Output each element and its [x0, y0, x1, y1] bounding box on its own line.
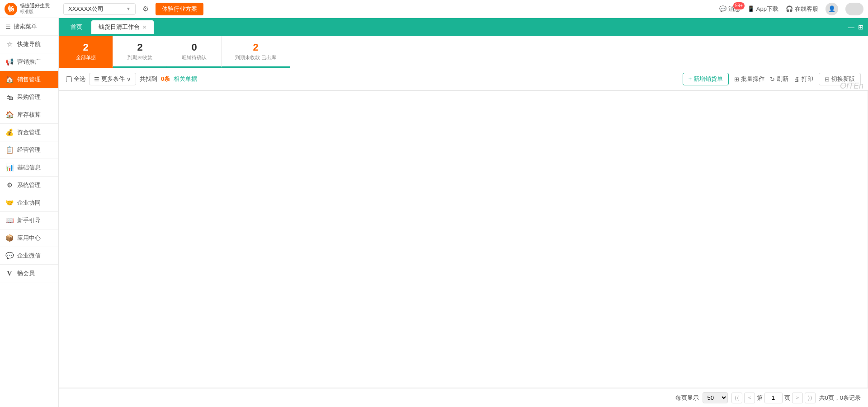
tab-home[interactable]: 首页	[63, 20, 90, 34]
page-nav: ⟨⟨ ＜ 第 页 ＞ ⟩⟩	[731, 393, 816, 403]
content-area: 首页 钱货日清工作台 ✕ — ⊞ 2 全部单据 2 到期未收款	[59, 18, 868, 407]
sidebar-item-purchase[interactable]: 🛍 采购管理	[0, 89, 58, 106]
sidebar-item-guide[interactable]: 📖 新手引导	[0, 212, 58, 229]
sidebar-item-label: 采购管理	[17, 93, 41, 101]
sidebar-item-label: 系统管理	[17, 181, 41, 189]
refresh-label: 刷新	[777, 75, 788, 83]
message-action[interactable]: 💬 消息 99+	[719, 5, 740, 13]
app-center-icon: 📦	[5, 234, 14, 242]
stat-card-pending[interactable]: 0 旺铺待确认	[167, 36, 222, 68]
stat-label-all: 全部单据	[72, 54, 99, 61]
stat-num-overdue: 2	[127, 42, 153, 53]
next-page-button[interactable]: ＞	[792, 393, 803, 403]
stat-card-overdue-out[interactable]: 2 到期未收款 已出库	[222, 36, 290, 68]
select-all-checkbox[interactable]: 全选	[66, 75, 85, 83]
batch-label: 批量操作	[741, 75, 764, 83]
sidebar-item-label: 库存核算	[17, 111, 41, 119]
sidebar-item-label: 营销推广	[17, 58, 41, 66]
sidebar-item-label: 应用中心	[17, 234, 41, 242]
marketing-icon: 📢	[5, 58, 14, 66]
toolbar-right: + 新增销货单 ⊞ 批量操作 ↻ 刷新 🖨 打印 ⊟	[683, 73, 861, 85]
total-info: 共0页，0条记录	[819, 394, 861, 402]
maximize-icon[interactable]: ⊞	[858, 23, 863, 31]
last-page-button[interactable]: ⟩⟩	[805, 393, 816, 403]
header-right: 💬 消息 99+ 📱 App下载 🎧 在线客服 👤	[719, 3, 863, 15]
sidebar-item-app-center[interactable]: 📦 应用中心	[0, 229, 58, 247]
select-all-label: 全选	[74, 75, 85, 83]
purchase-icon: 🛍	[5, 94, 14, 101]
search-label: 搜索菜单	[14, 23, 37, 31]
stat-card-overdue[interactable]: 2 到期未收款	[113, 36, 167, 68]
page-size-select[interactable]: 50 100 200	[703, 392, 728, 403]
chevron-down-icon: ▼	[126, 6, 131, 11]
sidebar-item-label: 畅会员	[17, 269, 35, 277]
sidebar-item-operations[interactable]: 📋 经营管理	[0, 141, 58, 159]
batch-icon: ⊞	[734, 76, 739, 83]
page-label: 第	[757, 394, 763, 402]
sidebar-item-label: 销售管理	[17, 75, 41, 84]
logo-text: 畅捷通好生意	[20, 3, 50, 9]
refresh-button[interactable]: ↻ 刷新	[770, 75, 788, 83]
close-icon[interactable]: ✕	[142, 24, 146, 30]
sidebar-item-inventory[interactable]: 🏠 库存核算	[0, 106, 58, 124]
sidebar-item-quick-nav[interactable]: ☆ 快捷导航	[0, 36, 58, 53]
stat-label-overdue: 到期未收款	[127, 54, 153, 61]
avatar[interactable]: 👤	[826, 3, 838, 15]
switch-button[interactable]: ⊟ 切换新版	[819, 73, 861, 85]
sidebar-item-finance[interactable]: 💰 资金管理	[0, 124, 58, 141]
stat-card-all[interactable]: 2 全部单据	[59, 36, 113, 68]
add-button[interactable]: + 新增销货单	[683, 73, 729, 85]
tab-cashflow-label: 钱货日清工作台	[99, 23, 140, 31]
select-all-input[interactable]	[66, 76, 72, 82]
sidebar-item-wechat[interactable]: 💬 企业微信	[0, 247, 58, 265]
sidebar-item-cooperation[interactable]: 🤝 企业协同	[0, 194, 58, 212]
print-label: 打印	[802, 75, 813, 83]
service-icon: 🎧	[786, 5, 793, 12]
page-unit: 页	[784, 394, 790, 402]
company-selector[interactable]: XXXXXX公司 ▼	[63, 3, 136, 15]
batch-button[interactable]: ⊞ 批量操作	[734, 75, 764, 83]
online-service-action[interactable]: 🎧 在线客服	[786, 5, 818, 13]
settings-icon[interactable]: ⚙	[139, 3, 152, 15]
prev-page-button[interactable]: ＜	[744, 393, 755, 403]
minimize-icon[interactable]: —	[848, 23, 854, 31]
member-icon: V	[5, 270, 14, 277]
related-orders-link[interactable]: 相关单据	[174, 75, 197, 83]
sidebar-item-label: 基础信息	[17, 164, 41, 172]
app-download-action[interactable]: 📱 App下载	[747, 5, 778, 13]
logo-icon: 畅	[5, 3, 17, 15]
main-layout: ☰ 搜索菜单 ☆ 快捷导航 📢 营销推广 🏠 销售管理 🛍 采购管理 🏠 库存核…	[0, 18, 868, 407]
tab-cashflow[interactable]: 钱货日清工作台 ✕	[91, 20, 154, 34]
first-page-button[interactable]: ⟨⟨	[731, 393, 742, 403]
add-label: + 新增销货单	[689, 75, 723, 83]
page-content: 2 全部单据 2 到期未收款 0 旺铺待确认 2 到期未收款 已出库	[59, 36, 868, 407]
sidebar-item-marketing[interactable]: 📢 营销推广	[0, 53, 58, 71]
filter-button[interactable]: ☰ 更多条件 ∨	[89, 73, 136, 85]
sidebar: ☰ 搜索菜单 ☆ 快捷导航 📢 营销推广 🏠 销售管理 🛍 采购管理 🏠 库存核…	[0, 18, 59, 407]
trial-button[interactable]: 体验行业方案	[156, 3, 203, 15]
sidebar-item-label: 企业协同	[17, 199, 41, 207]
search-icon: ☰	[5, 23, 11, 30]
sidebar-search[interactable]: ☰ 搜索菜单	[0, 18, 58, 36]
table-area	[59, 90, 868, 388]
sidebar-item-sales[interactable]: 🏠 销售管理	[0, 71, 58, 89]
found-count: 0条	[161, 75, 170, 83]
sidebar-item-system[interactable]: ⚙ 系统管理	[0, 177, 58, 194]
filter-label: 更多条件	[101, 75, 125, 83]
operations-icon: 📋	[5, 146, 14, 154]
stats-bar: 2 全部单据 2 到期未收款 0 旺铺待确认 2 到期未收款 已出库	[59, 36, 868, 68]
finance-icon: 💰	[5, 128, 14, 136]
sidebar-item-member[interactable]: V 畅会员	[0, 265, 58, 282]
page-input[interactable]	[764, 393, 783, 403]
toolbar: 全选 ☰ 更多条件 ∨ 共找到 0条 相关单据 + 新增销货单	[59, 68, 868, 90]
basic-icon: 📊	[5, 164, 14, 172]
sidebar-item-basic[interactable]: 📊 基础信息	[0, 159, 58, 177]
print-button[interactable]: 🖨 打印	[794, 75, 813, 83]
toolbar-left: 全选 ☰ 更多条件 ∨ 共找到 0条 相关单据	[66, 73, 197, 85]
user-info[interactable]	[845, 3, 863, 15]
wechat-icon: 💬	[5, 252, 14, 260]
stat-num-all: 2	[72, 42, 99, 53]
company-name: XXXXXX公司	[68, 5, 104, 13]
inventory-icon: 🏠	[5, 111, 14, 119]
chevron-down-icon: ∨	[127, 76, 131, 83]
